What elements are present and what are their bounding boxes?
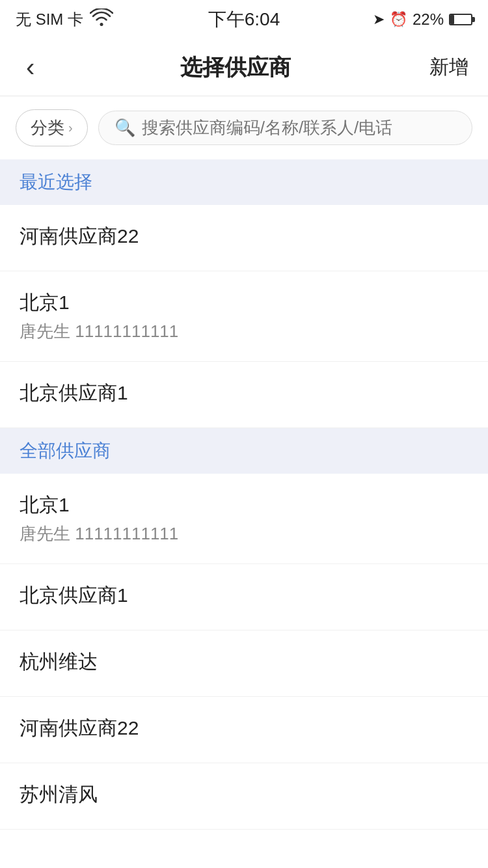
category-label: 分类 (31, 116, 64, 139)
battery-text: 22% (413, 10, 444, 29)
list-item[interactable]: 北京1唐先生 11111111111 (0, 271, 488, 362)
search-icon: 🔍 (115, 118, 135, 138)
list-item[interactable]: 苏州清风 (0, 763, 488, 830)
nav-title: 选择供应商 (180, 53, 291, 83)
status-right: ➤ ⏰ 22% (373, 10, 472, 29)
supplier-name: 河南供应商22 (20, 715, 468, 742)
nav-bar: ‹ 选择供应商 新增 (0, 39, 488, 96)
back-button[interactable]: ‹ (20, 46, 41, 88)
new-action-button[interactable]: 新增 (429, 54, 468, 81)
category-button[interactable]: 分类 › (16, 109, 88, 146)
search-input[interactable] (142, 118, 456, 138)
wifi-icon (90, 8, 113, 31)
carrier-text: 无 SIM 卡 (16, 9, 83, 30)
list-item[interactable]: 杭州维达 (0, 631, 488, 697)
list-item[interactable]: 北京供应商1 (0, 564, 488, 631)
all-items-list: 北京1唐先生 11111111111北京供应商1杭州维达河南供应商22苏州清风 (0, 474, 488, 830)
recent-section-header: 最近选择 (0, 159, 488, 205)
list-item[interactable]: 北京1唐先生 11111111111 (0, 474, 488, 564)
location-icon: ➤ (373, 11, 385, 28)
supplier-name: 北京1 (20, 492, 468, 519)
all-section-header: 全部供应商 (0, 428, 488, 474)
list-item[interactable]: 北京供应商1 (0, 362, 488, 428)
status-time: 下午6:04 (208, 7, 280, 32)
status-left: 无 SIM 卡 (16, 8, 113, 31)
list-item[interactable]: 河南供应商22 (0, 697, 488, 763)
search-box: 🔍 (98, 111, 472, 145)
list-item[interactable]: 河南供应商22 (0, 205, 488, 271)
all-section-label: 全部供应商 (20, 441, 111, 461)
supplier-name: 北京供应商1 (20, 380, 468, 407)
supplier-name: 北京供应商1 (20, 582, 468, 609)
supplier-name: 杭州维达 (20, 649, 468, 675)
filter-bar: 分类 › 🔍 (0, 96, 488, 159)
supplier-contact: 唐先生 11111111111 (20, 522, 468, 545)
chevron-right-icon: › (68, 120, 73, 135)
supplier-contact: 唐先生 11111111111 (20, 320, 468, 343)
supplier-name: 北京1 (20, 290, 468, 316)
battery-icon (449, 14, 472, 25)
recent-items-list: 河南供应商22北京1唐先生 11111111111北京供应商1 (0, 205, 488, 428)
recent-section-label: 最近选择 (20, 172, 92, 192)
supplier-name: 河南供应商22 (20, 223, 468, 250)
status-bar: 无 SIM 卡 下午6:04 ➤ ⏰ 22% (0, 0, 488, 39)
alarm-icon: ⏰ (390, 11, 407, 28)
supplier-name: 苏州清风 (20, 781, 468, 808)
